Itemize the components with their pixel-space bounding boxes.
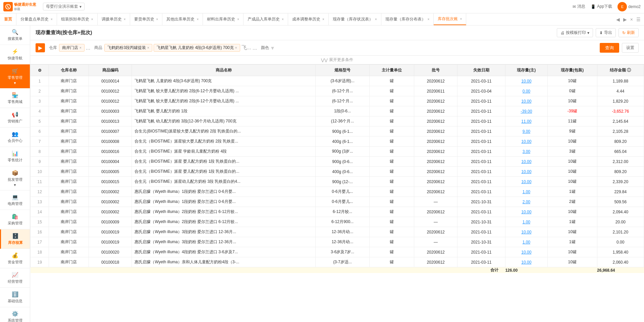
- close-icon[interactable]: ×: [147, 46, 149, 50]
- tab-adjust[interactable]: 调拨单历史 ×: [98, 13, 130, 25]
- cell-qty-main[interactable]: 10.00: [505, 257, 547, 267]
- sidebar-item-retail-stats[interactable]: 📊 零售统计: [0, 147, 30, 166]
- color-chevron-icon[interactable]: ▾: [271, 44, 274, 52]
- tab-cost-adjust[interactable]: 成本调整单历史 ×: [288, 13, 329, 25]
- tab-stock-status[interactable]: 现存量（库存状况表） ×: [329, 13, 381, 25]
- cell-amount: 665.04: [597, 147, 644, 157]
- export-button[interactable]: ⬇ 导出: [596, 28, 616, 37]
- cell-qty-main[interactable]: 10.00: [505, 96, 547, 106]
- sidebar-label-finance: 资金管理: [8, 260, 22, 265]
- cell-qty-main[interactable]: 3.00: [505, 147, 547, 157]
- cell-qty-main[interactable]: 0.00: [505, 86, 547, 96]
- close-icon[interactable]: ×: [51, 17, 53, 21]
- cell-qty-main[interactable]: 10.00: [505, 247, 547, 257]
- sidebar-item-stock[interactable]: 🗄️ 库存核算: [0, 229, 30, 249]
- nav-menu-icon[interactable]: ☰: [635, 16, 642, 23]
- sidebar-item-marketing[interactable]: 📢 营销推广: [0, 108, 30, 127]
- cell-code: 00100019: [89, 237, 132, 247]
- setting-button[interactable]: 设置: [622, 43, 639, 53]
- close-icon[interactable]: ×: [235, 46, 237, 50]
- close-icon[interactable]: ×: [79, 46, 82, 50]
- cell-warehouse: 南岸门店: [49, 76, 89, 86]
- cell-code: 00100014: [89, 76, 132, 86]
- tab-stock-batch[interactable]: 库存批次账 ×: [434, 13, 466, 25]
- table-row: 1 南岸门店 00100014 飞鹤星飞帆 儿童奶粉 4段(3-6岁适用) 70…: [31, 76, 644, 86]
- tab-requisition[interactable]: 要货单历史 ×: [130, 13, 163, 25]
- expand-more-button[interactable]: ⋁⋁ 展开更多条件: [321, 57, 353, 63]
- cell-qty-main[interactable]: 10.00: [505, 177, 547, 187]
- cell-qty-main[interactable]: 10.00: [505, 157, 547, 167]
- tab-disassemble[interactable]: 组装拆卸单历史 ×: [57, 13, 98, 25]
- col-settings[interactable]: ⚙: [31, 65, 49, 76]
- sidebar-item-retail[interactable]: 🛒 零售管理 ▼: [0, 64, 30, 89]
- cell-qty-main[interactable]: 10.00: [505, 167, 547, 177]
- tab-other-out[interactable]: 其他出库单历史 ×: [162, 13, 203, 25]
- user-area[interactable]: E demo2: [618, 2, 641, 11]
- cell-code: 00100015: [89, 177, 132, 187]
- cell-qty-main[interactable]: -39.00: [505, 106, 547, 116]
- close-icon[interactable]: ×: [375, 17, 377, 21]
- close-icon[interactable]: ×: [124, 17, 126, 21]
- cell-qty-main[interactable]: 10.00: [505, 207, 547, 217]
- close-icon[interactable]: ×: [156, 17, 158, 21]
- close-icon[interactable]: ×: [322, 17, 324, 21]
- tab-material-out[interactable]: 材料出库单历史 ×: [203, 13, 244, 25]
- cell-qty-main[interactable]: 2.00: [505, 197, 547, 207]
- sidebar-item-quick-nav[interactable]: ⚡ 快捷导航: [0, 45, 30, 64]
- cell-qty-main[interactable]: 9.00: [505, 126, 547, 137]
- sidebar-item-ops[interactable]: 📈 经营管理: [0, 268, 30, 288]
- cell-qty-main[interactable]: 1.00: [505, 237, 547, 247]
- cell-qty-main[interactable]: 11.00: [505, 116, 547, 126]
- cell-expire: 2021-03-11: [457, 247, 505, 257]
- tab-split-inventory[interactable]: 分量盘点单历史 ×: [16, 13, 57, 25]
- close-icon[interactable]: ×: [428, 17, 430, 21]
- cell-name: 惠氏启朦（Wyeth illuma）2段奶粉 爱尔兰进口 6-12月较...: [132, 207, 315, 217]
- sidebar-item-finance[interactable]: 💰 资金管理: [0, 249, 30, 268]
- cell-qty-main[interactable]: 1.00: [505, 217, 547, 227]
- sidebar-item-base[interactable]: ℹ️ 基础信息: [0, 288, 30, 307]
- sidebar-item-wholesale[interactable]: 📦 批发管理 ▼: [0, 166, 30, 191]
- close-icon[interactable]: ×: [282, 17, 284, 21]
- nav-left-arrow[interactable]: ◀: [615, 16, 621, 23]
- cell-no: 6: [31, 126, 49, 137]
- sidebar-item-system[interactable]: ⚙️ 系统管理: [0, 307, 30, 322]
- cell-expire: 2021-03-11: [457, 177, 505, 187]
- tab-home[interactable]: 首页: [0, 13, 16, 25]
- sidebar-item-purchase[interactable]: 🛍️ 采购管理: [0, 210, 30, 229]
- col-qty-pkg: 现存量(包装): [547, 65, 597, 76]
- sidebar-item-ecommerce[interactable]: 💻 电商管理: [0, 191, 30, 210]
- col-batch: 批号: [414, 65, 457, 76]
- query-button[interactable]: 查询: [600, 43, 619, 53]
- info-icon[interactable]: ⓘ: [627, 68, 631, 72]
- tab-stock-dist[interactable]: 现存量（库存分布表） ×: [381, 13, 434, 25]
- sidebar-item-search[interactable]: 🔍 搜索英单: [0, 25, 30, 45]
- refresh-button[interactable]: ↻ 刷新: [619, 28, 639, 37]
- cell-qty-main[interactable]: 10.00: [505, 76, 547, 86]
- cell-warehouse: 南岸门店: [49, 177, 89, 187]
- app-download-btn[interactable]: 📱 App下载: [591, 4, 612, 9]
- print-button[interactable]: 🖨 按模板打印 ▾: [557, 28, 593, 37]
- close-icon[interactable]: ×: [460, 17, 462, 21]
- close-icon[interactable]: ×: [197, 17, 199, 21]
- cell-qty-main[interactable]: 10.00: [505, 227, 547, 237]
- sidebar-item-members[interactable]: 👥 会员中心: [0, 127, 30, 147]
- close-icon[interactable]: ×: [237, 17, 239, 21]
- account-selector[interactable]: 母婴行业演示账套 ▾: [43, 3, 85, 10]
- settings-icon[interactable]: ⚙: [38, 68, 42, 73]
- cell-qty-main[interactable]: 1.00: [505, 187, 547, 197]
- nav-right-arrow[interactable]: ▶: [622, 16, 628, 23]
- filter-expand-button[interactable]: ▶: [36, 43, 45, 52]
- message-btn[interactable]: ✉ 消息: [573, 4, 585, 9]
- cell-qty-main[interactable]: 10.00: [505, 137, 547, 147]
- warehouse-more-icon[interactable]: ...: [86, 45, 90, 51]
- sidebar-item-retail-mall[interactable]: 🏪 零售商城: [0, 89, 30, 108]
- cell-amount: 809.20: [597, 167, 644, 177]
- nav-close-icon[interactable]: ×: [629, 16, 634, 23]
- cell-expire: 2021-10-31: [457, 197, 505, 207]
- cell-qty-pkg: 2罐: [547, 197, 597, 207]
- product-more-icon[interactable]: ...: [253, 45, 257, 51]
- cell-unit: 罐: [370, 257, 414, 267]
- tab-product-in[interactable]: 产成品入库单历史 ×: [244, 13, 288, 25]
- table-row: 3 南岸门店 00100012 飞鹤星飞帆 较大婴儿配方奶粉 2段(6-12个月…: [31, 96, 644, 106]
- close-icon[interactable]: ×: [91, 17, 93, 21]
